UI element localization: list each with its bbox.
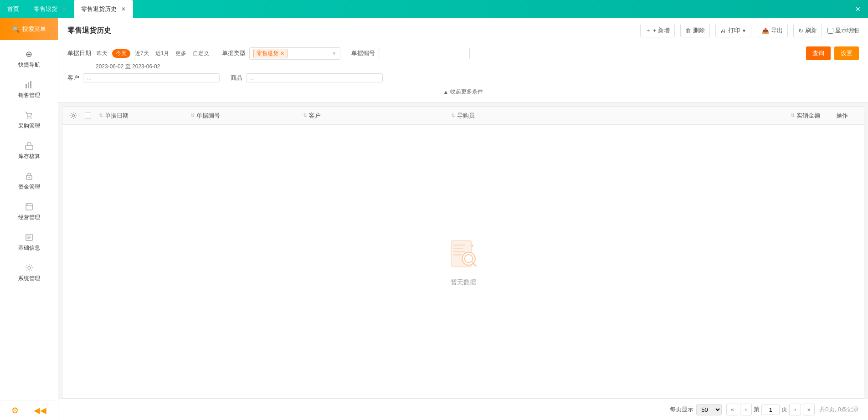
- tab-bar: 首页 零售退货 ✕ 零售退货历史 ✕: [0, 0, 855, 18]
- order-type-tag-close[interactable]: ✕: [280, 51, 284, 56]
- sidebar-item-quick-nav[interactable]: ⊕ 快捷导航: [0, 44, 58, 74]
- filter-area: 单据日期 昨天 今天 近7天 近1月 更多 自定义 单据类型: [67, 42, 859, 102]
- order-type-tag-label: 零售退货: [257, 50, 278, 57]
- print-button[interactable]: 🖨 打印 ▼: [715, 24, 751, 37]
- sidebar-item-operations[interactable]: 经营管理: [0, 196, 58, 227]
- tab-retail-return-close[interactable]: ✕: [62, 6, 67, 12]
- sidebar-item-purchase[interactable]: 采购管理: [0, 105, 58, 135]
- table-container: ⇅ 单据日期 ⇅ 单据编号 ⇅ 客户 ⇅ 导购员 ⇅ 实销: [62, 106, 864, 399]
- col-order-no[interactable]: ⇅ 单据编号: [187, 112, 299, 120]
- shortcut-today[interactable]: 今天: [112, 49, 130, 58]
- sidebar-search[interactable]: 🔍 搜索菜单: [0, 18, 58, 40]
- col-amount[interactable]: ⇅ 实销金额: [778, 112, 824, 120]
- sidebar-item-system[interactable]: 系统管理: [0, 257, 58, 288]
- col-order-label: 单据编号: [196, 112, 220, 120]
- quick-nav-icon: ⊕: [24, 49, 34, 59]
- customer-input[interactable]: ...: [83, 73, 220, 82]
- col-guide[interactable]: ⇅ 导购员: [447, 112, 560, 120]
- settings-button[interactable]: 设置: [834, 46, 859, 60]
- page-number-input[interactable]: [761, 405, 780, 415]
- product-input[interactable]: ...: [246, 73, 383, 82]
- sidebar-item-basic-info[interactable]: 基础信息: [0, 227, 58, 257]
- query-button[interactable]: 查询: [806, 46, 831, 60]
- page-first-button[interactable]: «: [726, 404, 738, 415]
- page-title: 零售退货历史: [67, 26, 111, 36]
- product-label: 商品: [231, 74, 242, 82]
- show-detail-checkbox[interactable]: [827, 28, 833, 34]
- speaker-bottom-icon[interactable]: ◀◀: [34, 405, 46, 415]
- col-date-label: 单据日期: [105, 112, 128, 120]
- system-icon: [24, 263, 34, 273]
- col-amount-label: 实销金额: [796, 112, 820, 120]
- empty-state: ✦ 暂无数据: [445, 236, 482, 287]
- page-label-pre: 第: [754, 405, 760, 414]
- page-prev-button[interactable]: ‹: [740, 404, 752, 415]
- shortcut-last1m[interactable]: 近1月: [154, 49, 171, 58]
- collapse-button[interactable]: ▲ 收起更多条件: [443, 88, 483, 96]
- tab-home[interactable]: 首页: [0, 0, 26, 18]
- new-button[interactable]: ＋ + 新增: [640, 24, 675, 37]
- svg-rect-0: [26, 84, 27, 88]
- date-filter: 单据日期 昨天 今天 近7天 近1月 更多 自定义: [67, 49, 211, 58]
- svg-point-16: [72, 114, 75, 117]
- header-checkbox[interactable]: [85, 113, 91, 119]
- tab-retail-return-history-close[interactable]: ✕: [121, 6, 126, 12]
- basic-info-icon: [24, 232, 34, 242]
- sidebar-item-inventory[interactable]: 库存核算: [0, 135, 58, 166]
- col-customer[interactable]: ⇅ 客户: [299, 112, 447, 120]
- window-close-button[interactable]: ✕: [855, 5, 868, 13]
- sidebar-bottom: ⚙ ◀◀: [0, 400, 58, 420]
- operations-icon: [24, 202, 34, 212]
- sidebar-item-sales[interactable]: 销售管理: [0, 74, 58, 105]
- export-label: 导出: [771, 26, 783, 35]
- sidebar-item-basic-info-label: 基础信息: [18, 244, 40, 252]
- svg-point-4: [30, 118, 31, 119]
- tab-retail-return-history[interactable]: 零售退货历史 ✕: [74, 0, 133, 18]
- print-label: 打印: [728, 26, 740, 35]
- collapse-up-icon: ▲: [443, 89, 449, 95]
- sidebar-item-finance-label: 资金管理: [18, 183, 40, 191]
- col-date[interactable]: ⇅ 单据日期: [95, 112, 187, 120]
- tab-retail-return-history-label: 零售退货历史: [81, 5, 117, 13]
- order-id-filter: 单据编号: [351, 48, 470, 59]
- page-size-dropdown[interactable]: 20 50 100 200: [696, 404, 722, 415]
- shortcut-custom[interactable]: 自定义: [191, 49, 211, 58]
- header-actions: ＋ + 新增 🗑 删除 🖨 打印 ▼ 📤 导出: [640, 24, 859, 37]
- new-label: + 新增: [653, 26, 670, 35]
- export-button[interactable]: 📤 导出: [757, 24, 788, 37]
- svg-point-15: [28, 266, 31, 269]
- order-id-label: 单据编号: [351, 49, 375, 57]
- order-type-input[interactable]: 零售退货 ✕ ▼: [249, 47, 340, 60]
- tab-home-label: 首页: [7, 5, 19, 13]
- sidebar-nav: ⊕ 快捷导航 销售管理 采购管理 库存核算: [0, 40, 58, 400]
- page-last-button[interactable]: »: [803, 404, 815, 415]
- svg-rect-8: [26, 204, 32, 210]
- sidebar-item-quick-nav-label: 快捷导航: [18, 61, 40, 69]
- sidebar: 🔍 搜索菜单 ⊕ 快捷导航 销售管理 采购管理: [0, 18, 58, 420]
- shortcut-more[interactable]: 更多: [174, 49, 188, 58]
- delete-button[interactable]: 🗑 删除: [680, 24, 710, 37]
- refresh-icon: ↻: [798, 27, 803, 34]
- svg-rect-20: [453, 251, 464, 252]
- product-placeholder: ...: [250, 75, 255, 81]
- settings-bottom-icon[interactable]: ⚙: [11, 405, 19, 415]
- tab-retail-return[interactable]: 零售退货 ✕: [26, 0, 74, 18]
- refresh-button[interactable]: ↻ 刷新: [793, 24, 822, 37]
- page-size-select: 每页显示 20 50 100 200: [670, 404, 722, 415]
- date-range-display: 2023-06-02 至 2023-06-02: [96, 62, 859, 71]
- page-next-button[interactable]: ›: [789, 404, 801, 415]
- order-id-input[interactable]: [379, 48, 470, 59]
- col-settings[interactable]: [66, 112, 81, 119]
- customer-filter: 客户 ...: [67, 73, 220, 82]
- shortcut-last7[interactable]: 近7天: [133, 49, 151, 58]
- purchase-icon: [24, 110, 34, 120]
- show-detail-checkbox-wrapper[interactable]: 显示明细: [827, 26, 859, 35]
- shortcut-yesterday[interactable]: 昨天: [95, 49, 109, 58]
- print-chevron-icon: ▼: [742, 28, 746, 33]
- show-detail-label: 显示明细: [835, 26, 859, 35]
- delete-icon: 🗑: [685, 27, 691, 34]
- col-checkbox[interactable]: [81, 113, 95, 119]
- tab-retail-return-label: 零售退货: [34, 5, 57, 13]
- sidebar-item-finance[interactable]: 资金管理: [0, 166, 58, 196]
- pagination-bar: 每页显示 20 50 100 200 « ‹ 第 页 › » 共0页, 0条记录: [58, 399, 868, 420]
